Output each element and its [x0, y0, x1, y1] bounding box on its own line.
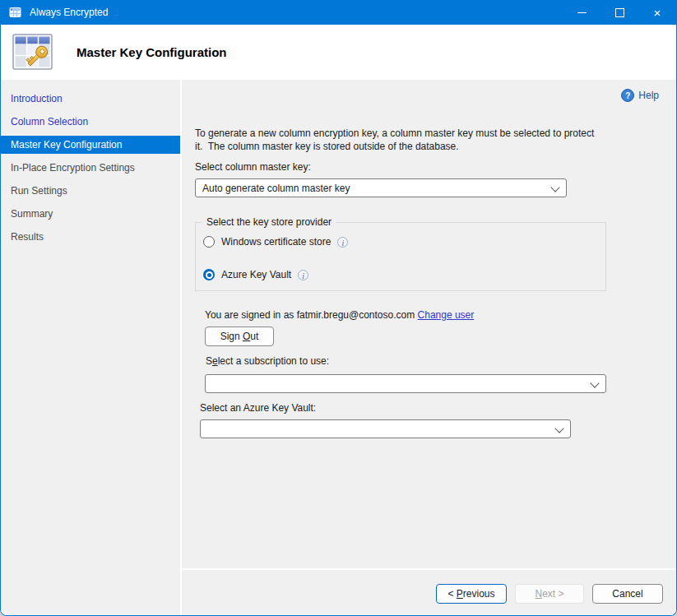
master-key-value: Auto generate column master key [202, 183, 545, 194]
sign-out-button[interactable]: Sign Out [205, 327, 274, 346]
sidebar-item-in-place-encryption[interactable]: In-Place Encryption Settings [1, 159, 180, 177]
radio-azure-key-vault[interactable]: Azure Key Vault i [203, 269, 308, 280]
cancel-button[interactable]: Cancel [592, 584, 663, 604]
change-user-link[interactable]: Change user [418, 309, 475, 321]
wizard-steps-sidebar: Introduction Column Selection Master Key… [1, 80, 182, 615]
close-icon: × [654, 7, 661, 19]
close-button[interactable]: × [638, 0, 676, 25]
content-pane: ? Help To generate a new column encrypti… [182, 80, 676, 615]
maximize-button[interactable] [600, 0, 638, 25]
radio-windows-certificate-store-label: Windows certificate store [221, 236, 331, 248]
chevron-down-icon [590, 378, 599, 387]
radio-unselected-icon [203, 236, 215, 248]
wizard-body: Introduction Column Selection Master Key… [1, 80, 676, 615]
sidebar-item-summary[interactable]: Summary [1, 205, 180, 223]
intro-text: To generate a new column encryption key,… [195, 127, 613, 153]
signed-in-row: You are signed in as fatmir.bregu@contos… [205, 309, 474, 321]
page-title: Master Key Configuration [77, 45, 227, 59]
help-label: Help [638, 90, 659, 101]
wizard-header: Master Key Configuration [1, 25, 676, 80]
radio-windows-certificate-store[interactable]: Windows certificate store i [203, 236, 348, 248]
previous-button[interactable]: < Previous [436, 584, 507, 604]
minimize-icon [577, 12, 587, 13]
signed-in-text: You are signed in as fatmir.bregu@contos… [205, 309, 418, 321]
always-encrypted-app-icon [9, 6, 22, 19]
window-title: Always Encrypted [30, 7, 108, 18]
info-icon[interactable]: i [298, 270, 308, 280]
master-key-label: Select column master key: [195, 161, 311, 173]
table-key-icon [11, 30, 55, 75]
always-encrypted-window: Always Encrypted × [0, 0, 677, 616]
chevron-down-icon [550, 183, 559, 192]
sidebar-item-master-key-configuration[interactable]: Master Key Configuration [1, 136, 180, 154]
key-store-provider-group: Select the key store provider Windows ce… [195, 222, 606, 291]
keyvault-select[interactable] [200, 419, 571, 438]
keyvault-label: Select an Azure Key Vault: [200, 402, 316, 414]
sidebar-item-results[interactable]: Results [1, 228, 180, 246]
footer-divider [182, 568, 676, 570]
window-controls: × [563, 0, 676, 25]
titlebar: Always Encrypted × [1, 0, 676, 25]
sidebar-item-run-settings[interactable]: Run Settings [1, 182, 180, 200]
subscription-label: Select a subscription to use: [206, 355, 329, 367]
radio-azure-key-vault-label: Azure Key Vault [221, 269, 291, 280]
radio-selected-icon [203, 269, 215, 280]
sidebar-item-introduction[interactable]: Introduction [1, 90, 180, 108]
maximize-icon [615, 8, 624, 17]
next-button[interactable]: Next > [515, 584, 584, 604]
help-link[interactable]: ? Help [621, 89, 659, 102]
help-icon: ? [621, 89, 634, 102]
minimize-button[interactable] [563, 0, 600, 25]
info-icon[interactable]: i [337, 237, 348, 248]
subscription-select[interactable] [205, 374, 606, 393]
sidebar-item-column-selection[interactable]: Column Selection [1, 113, 180, 131]
key-store-provider-group-title: Select the key store provider [202, 216, 336, 228]
footer-buttons: < Previous Next > Cancel [436, 584, 663, 604]
chevron-down-icon [554, 424, 563, 433]
master-key-select[interactable]: Auto generate column master key [195, 178, 567, 197]
